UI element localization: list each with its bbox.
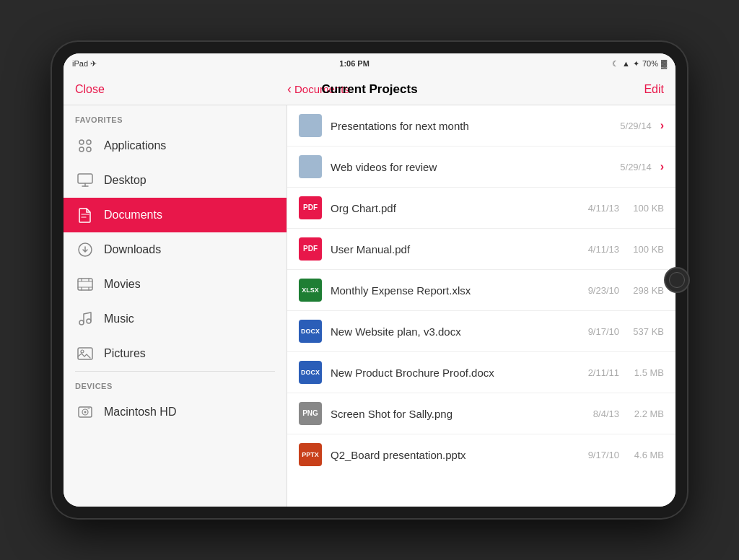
folder-icon [299, 155, 322, 178]
list-item[interactable]: XLSXMonthly Expense Report.xlsx9/23/1029… [287, 270, 675, 311]
file-list: Presentations for next month5/29/14›Web … [287, 105, 675, 507]
status-right: ☾ ▲ ✦ 70% ▓ [612, 59, 667, 69]
status-time: 1:06 PM [339, 59, 370, 68]
main-content: FAVORITES Applications [64, 105, 675, 507]
close-button[interactable]: Close [75, 83, 105, 96]
svg-point-7 [79, 320, 84, 325]
list-item[interactable]: PDFOrg Chart.pdf4/11/13100 KB [287, 188, 675, 229]
music-icon [75, 309, 95, 329]
file-name: User Manual.pdf [331, 243, 567, 255]
home-button[interactable] [664, 267, 690, 293]
docx-icon: DOCX [299, 361, 322, 384]
file-date: 5/29/14 [608, 162, 652, 172]
list-item[interactable]: Web videos for review5/29/14› [287, 146, 675, 188]
back-arrow-icon[interactable]: ‹ [287, 82, 292, 97]
file-size: 4.6 MB [628, 450, 664, 460]
sidebar-item-downloads[interactable]: Downloads [64, 232, 287, 267]
file-date: 9/23/10 [576, 285, 619, 296]
pictures-icon [75, 344, 95, 364]
page-title: Current Projects [321, 82, 417, 97]
desktop-label: Desktop [104, 174, 147, 187]
svg-rect-4 [78, 174, 92, 183]
device-label: iPad ✈ [72, 59, 97, 69]
location-icon: ▲ [622, 59, 630, 68]
file-name: Presentations for next month [331, 120, 600, 132]
list-item[interactable]: DOCXNew Product Brochure Proof.docx2/11/… [287, 352, 675, 393]
sidebar-item-music[interactable]: Music [64, 302, 287, 336]
file-size: 2.2 MB [628, 408, 664, 419]
svg-point-1 [87, 140, 91, 144]
file-size: 100 KB [628, 203, 664, 214]
sidebar-item-documents[interactable]: Documents [64, 198, 287, 232]
docx-icon: DOCX [299, 320, 322, 343]
movies-label: Movies [104, 278, 141, 291]
pdf-icon: PDF [299, 237, 322, 261]
file-name: Org Chart.pdf [331, 202, 567, 214]
file-date: 5/29/14 [608, 121, 652, 131]
battery-label: 70% [642, 59, 658, 68]
status-bar: iPad ✈ 1:06 PM ☾ ▲ ✦ 70% ▓ [64, 53, 675, 74]
png-icon: PNG [299, 402, 322, 425]
chevron-right-icon: › [660, 160, 664, 173]
file-name: Q2_Board presentation.pptx [331, 449, 567, 461]
tablet-frame: iPad ✈ 1:06 PM ☾ ▲ ✦ 70% ▓ Close ‹ Docum… [52, 42, 687, 518]
nav-bar: Close ‹ Documents Current Projects Edit [64, 74, 675, 105]
devices-header: DEVICES [64, 372, 287, 395]
nav-left-section: Close [64, 83, 287, 96]
list-item[interactable]: PDFUser Manual.pdf4/11/13100 KB [287, 229, 675, 270]
file-name: New Product Brochure Proof.docx [331, 367, 567, 379]
status-left: iPad ✈ [72, 59, 97, 69]
applications-icon [75, 136, 95, 156]
music-label: Music [104, 312, 134, 325]
screen: iPad ✈ 1:06 PM ☾ ▲ ✦ 70% ▓ Close ‹ Docum… [64, 53, 675, 507]
folder-icon [299, 114, 322, 137]
bluetooth-icon: ✦ [633, 59, 639, 69]
hd-icon [75, 402, 95, 422]
file-name: New Website plan, v3.docx [331, 325, 567, 338]
pdf-icon: PDF [299, 196, 322, 219]
applications-label: Applications [104, 139, 166, 152]
xlsx-icon: XLSX [299, 279, 322, 302]
list-item[interactable]: Presentations for next month5/29/14› [287, 105, 675, 146]
sidebar-item-pictures[interactable]: Pictures [64, 336, 287, 371]
svg-point-10 [81, 350, 84, 353]
downloads-icon [75, 240, 95, 260]
list-item[interactable]: DOCXNew Website plan, v3.docx9/17/10537 … [287, 311, 675, 352]
favorites-header: FAVORITES [64, 105, 287, 128]
file-date: 9/17/10 [576, 450, 619, 460]
svg-point-3 [87, 147, 91, 152]
svg-rect-6 [78, 279, 92, 290]
file-size: 1.5 MB [628, 367, 664, 378]
file-date: 9/17/10 [576, 326, 619, 337]
desktop-icon [75, 170, 95, 191]
file-size: 298 KB [628, 285, 664, 296]
downloads-label: Downloads [104, 243, 161, 256]
svg-point-13 [84, 411, 87, 414]
sidebar-item-applications[interactable]: Applications [64, 128, 287, 163]
file-date: 8/4/13 [576, 408, 619, 419]
sidebar-item-movies[interactable]: Movies [64, 267, 287, 302]
edit-button[interactable]: Edit [644, 83, 664, 95]
battery-icon: ▓ [661, 59, 667, 68]
file-name: Monthly Expense Report.xlsx [331, 284, 567, 297]
movies-icon [75, 274, 95, 294]
moon-icon: ☾ [612, 59, 619, 69]
file-name: Web videos for review [331, 161, 600, 173]
file-date: 2/11/11 [576, 367, 619, 378]
file-size: 100 KB [628, 244, 664, 255]
file-size: 537 KB [628, 326, 664, 337]
macintosh-hd-label: Macintosh HD [104, 406, 176, 419]
documents-icon [75, 205, 95, 225]
svg-point-0 [79, 140, 84, 144]
list-item[interactable]: PPTXQ2_Board presentation.pptx9/17/104.6… [287, 434, 675, 475]
chevron-right-icon: › [660, 119, 664, 132]
file-name: Screen Shot for Sally.png [331, 408, 567, 420]
sidebar: FAVORITES Applications [64, 105, 287, 507]
documents-label: Documents [104, 209, 162, 222]
file-date: 4/11/13 [576, 244, 619, 255]
svg-point-8 [87, 319, 91, 323]
list-item[interactable]: PNGScreen Shot for Sally.png8/4/132.2 MB [287, 393, 675, 434]
pptx-icon: PPTX [299, 443, 322, 466]
sidebar-item-desktop[interactable]: Desktop [64, 163, 287, 198]
sidebar-item-macintosh-hd[interactable]: Macintosh HD [64, 395, 287, 429]
